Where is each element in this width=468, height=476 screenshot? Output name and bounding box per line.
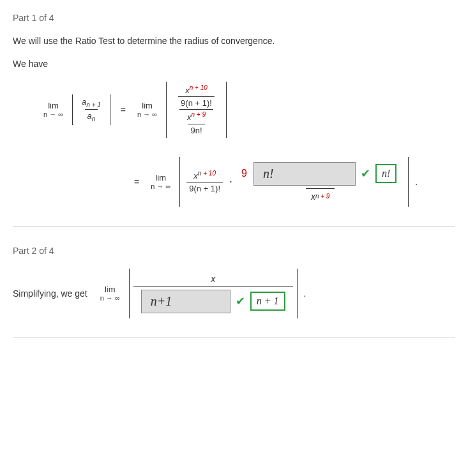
equation-line-1: lim n → ∞ an + 1 an = lim n → ∞ xn + 10 … (38, 82, 455, 138)
check-icon-2: ✔ (236, 294, 245, 308)
divider-2 (13, 338, 455, 338)
lim-sub2: n → ∞ (137, 110, 157, 118)
limit-symbol: lim n → ∞ (43, 101, 63, 118)
intro-text: We will use the Ratio Test to determine … (13, 36, 455, 46)
x-var5: x (211, 274, 215, 284)
correct-answer-1: n! (375, 164, 396, 183)
period-2: . (304, 288, 306, 299)
correct-answer-2: n + 1 (250, 292, 285, 311)
simplifying-text: Simplifying, we get (13, 288, 87, 299)
equation-line-2: = lim n → ∞ xn + 10 9(n + 1)! · 9 n! ✔ n… (128, 157, 455, 207)
limit-symbol-2: lim n → ∞ (137, 101, 157, 118)
a-var2: a (87, 111, 92, 121)
limit-symbol-4: lim n → ∞ (100, 285, 120, 302)
period: . (415, 177, 418, 187)
abs-expanded: xn + 10 9(n + 1)! · 9 n! ✔ n! xn + 9 (179, 157, 409, 207)
lim-sub4: n → ∞ (100, 294, 120, 302)
answer-input-1[interactable]: n! (253, 162, 356, 186)
nine-red: 9 (241, 168, 247, 179)
limit-symbol-3: lim n → ∞ (151, 173, 170, 190)
divider (13, 226, 455, 227)
part-2-label: Part 2 of 4 (13, 246, 455, 256)
lim-text3: lim (155, 173, 166, 182)
equals-1: = (121, 105, 126, 115)
x-var4: x (311, 191, 315, 202)
den3: 9(n + 1)! (186, 182, 223, 193)
dot-1: · (229, 175, 232, 188)
exp2: n + 9 (191, 111, 206, 118)
check-icon: ✔ (361, 167, 370, 181)
part-1-label: Part 1 of 4 (13, 13, 455, 23)
equals-2: = (134, 177, 139, 187)
we-have-text: We have (13, 59, 455, 69)
exp1: n + 10 (190, 84, 208, 91)
answer-input-2[interactable]: n+1 (141, 290, 230, 313)
sub-n: n (92, 115, 96, 123)
abs-ratio-x: xn + 10 9(n + 1)! xn + 9 9n! (166, 82, 227, 138)
lim-text4: lim (105, 285, 116, 294)
lim-text: lim (48, 101, 59, 110)
sub-nplus1: n + 1 (86, 101, 101, 108)
abs-part2: x n+1 ✔ n + 1 (129, 269, 298, 318)
den1: 9(n + 1)! (178, 96, 215, 108)
part2-equation: Simplifying, we get lim n → ∞ x n+1 ✔ n … (13, 269, 455, 318)
den2: 9n! (188, 124, 204, 135)
lim-sub3: n → ∞ (151, 182, 170, 190)
lim-sub: n → ∞ (43, 110, 63, 118)
lim-text2: lim (142, 101, 153, 110)
abs-ratio-a: an + 1 an (72, 94, 110, 125)
